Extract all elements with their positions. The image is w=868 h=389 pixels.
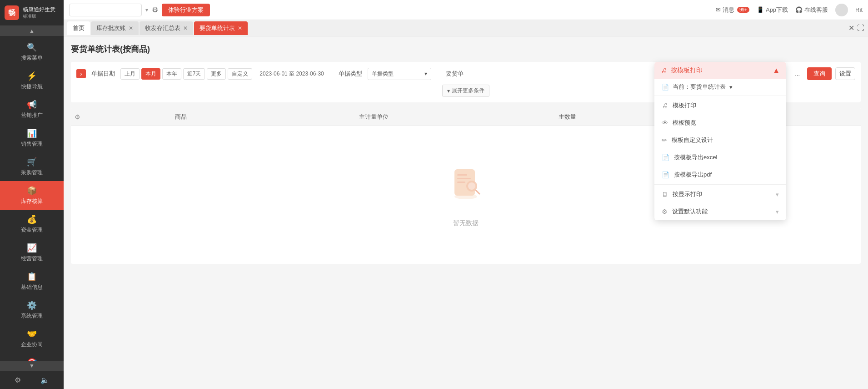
print-current-item[interactable]: 📄 当前：要货单统计表 ▾ (654, 79, 786, 95)
query-button[interactable]: 查询 (807, 67, 832, 80)
date-btn-this-year[interactable]: 本年 (162, 68, 181, 80)
sidebar-item-inventory-label: 库存核算 (21, 197, 43, 205)
search-icon: 🔍 (27, 42, 37, 52)
page-content: 要货单统计表(按商品) › 单据日期 上月 本月 本年 近7天 更多 自定义 2… (64, 36, 868, 389)
default-func-arrow-icon: ▾ (776, 208, 779, 215)
date-btn-custom[interactable]: 自定义 (228, 68, 252, 80)
purchase-icon: 🛒 (27, 157, 37, 167)
sidebar-item-purchase[interactable]: 🛒 采购管理 (0, 152, 64, 181)
operation-icon: 📈 (27, 243, 37, 253)
filter-expand-arrow[interactable]: › (76, 69, 86, 78)
sidebar-item-quicknav[interactable]: ⚡ 快捷导航 (0, 66, 64, 95)
sidebar-item-sales[interactable]: 📊 销售管理 (0, 124, 64, 152)
tab-collect-close-icon[interactable]: ✕ (183, 25, 188, 31)
sidebar-item-system[interactable]: ⚙️ 系统管理 (0, 296, 64, 324)
tab-batch[interactable]: 库存批次账 ✕ (91, 21, 139, 35)
sidebar-item-system-label: 系统管理 (21, 312, 43, 320)
notification-label: 消息 (723, 6, 734, 14)
sidebar-item-purchase-label: 采购管理 (21, 169, 43, 177)
print-current-arrow-icon: ▾ (729, 84, 733, 91)
sidebar-item-operation[interactable]: 📈 经营管理 (0, 238, 64, 267)
industry-button[interactable]: 体验行业方案 (162, 4, 210, 16)
close-tab-button[interactable]: ✕ (848, 24, 854, 32)
default-func-label: 设置默认功能 (672, 207, 708, 216)
service-icon: 🎧 (795, 6, 803, 13)
avatar[interactable] (835, 4, 848, 16)
system-icon: ⚙️ (27, 300, 37, 310)
main-content: ▾ ⚙ 体验行业方案 ✉ 消息 99+ 📱 App下载 🎧 在线客服 Rit 首… (64, 0, 868, 389)
date-filter-label: 单据日期 (91, 70, 115, 78)
sidebar-item-inventory[interactable]: 📦 库存核算 (0, 181, 64, 210)
tab-home-label: 首页 (73, 24, 85, 32)
tab-home[interactable]: 首页 (67, 21, 90, 35)
template-print-item[interactable]: 🖨 模板打印 (654, 97, 786, 114)
settings-button[interactable]: 设置 (835, 67, 855, 80)
sidebar-item-collab[interactable]: 🤝 企业协同 (0, 324, 64, 353)
date-btn-last-month[interactable]: 上月 (120, 68, 140, 80)
template-design-item[interactable]: ✏ 模板自定义设计 (654, 131, 786, 149)
svg-rect-2 (457, 174, 467, 176)
tab-batch-close-icon[interactable]: ✕ (129, 25, 133, 31)
display-print-arrow-icon: ▾ (776, 191, 779, 198)
display-print-label: 按显示打印 (673, 190, 702, 198)
sidebar-item-collab-label: 企业协同 (21, 341, 43, 349)
template-pdf-item[interactable]: 📄 按模板导出pdf (654, 166, 786, 183)
tab-order-stat-close-icon[interactable]: ✕ (238, 25, 242, 31)
sidebar-item-guide[interactable]: 🎯 新手引导 (0, 353, 64, 361)
svg-line-7 (476, 190, 479, 194)
template-excel-item[interactable]: 📄 按模板导出excel (654, 149, 786, 166)
logo-icon: 畅 (5, 5, 19, 20)
template-print-icon: 🖨 (662, 102, 668, 109)
table-settings-icon[interactable]: ⚙ (75, 113, 80, 121)
display-print-icon: 🖥 (662, 191, 668, 198)
page-title: 要货单统计表(按商品) (71, 44, 861, 55)
more-button[interactable]: ... (791, 69, 803, 79)
search-input[interactable] (69, 4, 142, 16)
scroll-up-button[interactable]: ▲ (0, 26, 64, 36)
tab-collect[interactable]: 收发存汇总表 ✕ (140, 21, 193, 35)
app-download-item[interactable]: 📱 App下载 (757, 6, 788, 14)
topbar-right: ✉ 消息 99+ 📱 App下载 🎧 在线客服 Rit (716, 4, 863, 16)
sidebar-item-marketing[interactable]: 📢 营销推广 (0, 95, 64, 124)
svg-point-6 (468, 182, 475, 190)
speaker-footer-icon[interactable]: 🔈 (40, 376, 50, 384)
template-design-icon: ✏ (662, 136, 667, 144)
dropdown-arrow-icon[interactable]: ▾ (145, 7, 148, 13)
logo: 畅 畅康通好生意 标准版 (0, 0, 64, 26)
sidebar-item-sales-label: 销售管理 (21, 140, 43, 148)
print-dropdown-close-icon[interactable]: ▲ (773, 66, 780, 75)
online-service-label: 在线客服 (804, 6, 828, 14)
date-btn-7days[interactable]: 近7天 (183, 68, 205, 80)
inventory-icon: 📦 (27, 186, 37, 196)
scroll-down-button[interactable]: ▼ (0, 361, 64, 371)
empty-text: 暂无数据 (453, 219, 479, 227)
template-excel-icon: 📄 (662, 154, 669, 161)
date-btn-this-month[interactable]: 本月 (141, 68, 160, 80)
logo-subtitle: 标准版 (23, 13, 55, 20)
tab-order-stat[interactable]: 要货单统计表 ✕ (194, 21, 248, 35)
print-dropdown-title: 🖨 按模板打印 (661, 66, 703, 75)
default-func-item[interactable]: ⚙ 设置默认功能 ▾ (654, 203, 786, 220)
sidebar-item-search[interactable]: 🔍 搜索菜单 (0, 38, 64, 66)
gear-icon[interactable]: ⚙ (152, 5, 158, 14)
maximize-tab-button[interactable]: ⛶ (857, 24, 864, 32)
sidebar-item-quicknav-label: 快捷导航 (21, 83, 43, 91)
col-unit: 主计量单位 (277, 113, 470, 121)
notification-item[interactable]: ✉ 消息 99+ (716, 6, 749, 14)
type-select[interactable]: 单据类型 ▾ (368, 68, 431, 80)
date-btn-more[interactable]: 更多 (207, 68, 226, 80)
expand-more-button[interactable]: ▾ 展开更多条件 (442, 85, 489, 97)
expand-label: 展开更多条件 (452, 87, 484, 95)
sidebar-item-basic[interactable]: 📋 基础信息 (0, 267, 64, 296)
online-service-item[interactable]: 🎧 在线客服 (795, 6, 828, 14)
collab-icon: 🤝 (27, 329, 37, 339)
sidebar: 畅 畅康通好生意 标准版 ▲ 🔍 搜索菜单 ⚡ 快捷导航 📢 营销推广 📊 销售… (0, 0, 64, 389)
marketing-icon: 📢 (27, 100, 37, 110)
template-preview-item[interactable]: 👁 模板预览 (654, 114, 786, 131)
divider-1 (654, 96, 786, 96)
sidebar-item-finance[interactable]: 💰 资金管理 (0, 210, 64, 238)
quicknav-icon: ⚡ (27, 71, 37, 81)
settings-footer-icon[interactable]: ⚙ (15, 376, 21, 384)
display-print-item[interactable]: 🖥 按显示打印 ▾ (654, 186, 786, 203)
tab-batch-label: 库存批次账 (96, 24, 126, 32)
